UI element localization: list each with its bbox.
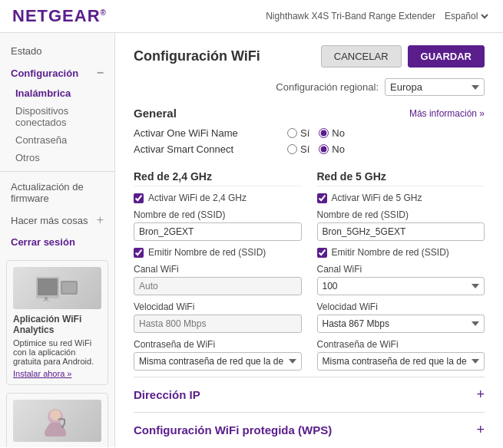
page-header: Configuración WiFi CANCELAR GUARDAR (134, 45, 485, 68)
one-wifi-no-label: No (332, 127, 345, 139)
band-5-password-label: Contraseña de WiFi (317, 339, 485, 350)
band-5-canal-select[interactable]: 100 36 40 (317, 277, 485, 295)
configuracion-toggle: − (97, 66, 104, 80)
band-5-emit-checkbox[interactable] (317, 248, 327, 258)
smart-connect-si-radio[interactable] (287, 144, 297, 154)
band-24-activate-label[interactable]: Activar WiFi de 2,4 GHz (134, 193, 302, 203)
ip-expand-icon: + (476, 387, 485, 403)
smart-connect-label: Activar Smart Connect (134, 143, 287, 155)
one-wifi-radios: Sí No (287, 127, 345, 139)
band-5-emit-label[interactable]: Emitir Nombre de red (SSID) (317, 247, 485, 258)
smart-connect-no-radio[interactable] (319, 144, 329, 154)
ip-section: Dirección IP + (134, 377, 485, 412)
one-wifi-si-radio[interactable] (287, 128, 297, 138)
regional-row: Configuración regional: Europa América (134, 78, 485, 96)
one-wifi-si-label: Sí (300, 127, 309, 139)
band-24-password-row: Contraseña de WiFi Misma contraseña de r… (134, 339, 302, 371)
band-24-title: Red de 2,4 GHz (134, 170, 302, 186)
wps-section: Configuración WiFi protegida (WPS) + (134, 412, 485, 447)
band-24-canal-row: Canal WiFi (134, 264, 302, 295)
band-5-password-row: Contraseña de WiFi Misma contraseña de r… (317, 339, 485, 371)
logo-text: NETGEAR (12, 6, 101, 25)
sidebar-item-actualizacion[interactable]: Actualización de firmware (0, 176, 114, 209)
band-5-activate-label[interactable]: Activar WiFi de 5 GHz (317, 193, 485, 203)
band-5-emit-text: Emitir Nombre de red (SSID) (332, 247, 449, 258)
cancel-button[interactable]: CANCELAR (321, 45, 402, 68)
promo2-image (13, 400, 101, 442)
regional-select[interactable]: Europa América (385, 78, 485, 96)
ip-section-title: Dirección IP (134, 388, 200, 401)
one-wifi-no-option[interactable]: No (319, 127, 345, 139)
band-24-emit-row: Emitir Nombre de red (SSID) (134, 247, 302, 258)
band-24-ssid-row: Nombre de red (SSID) (134, 209, 302, 241)
one-wifi-label: Activar One WiFi Name (134, 127, 287, 139)
promo1-link[interactable]: Instalar ahora » (13, 369, 101, 378)
band-24-ssid-input[interactable] (134, 222, 302, 241)
band-5-velocidad-label: Velocidad WiFi (317, 301, 485, 312)
device-name: Nighthawk X4S Tri-Band Range Extender (266, 11, 435, 21)
band-5-ssid-row: Nombre de red (SSID) (317, 209, 485, 241)
wps-expand-icon: + (476, 422, 485, 438)
band-5-password-select[interactable]: Misma contraseña de red que la de la exi… (317, 352, 485, 371)
sidebar-item-estado[interactable]: Estado (0, 41, 114, 61)
ip-section-header[interactable]: Dirección IP + (134, 387, 485, 403)
band-5-activate-checkbox[interactable] (317, 193, 327, 203)
band-5-section: Red de 5 GHz Activar WiFi de 5 GHz Nombr… (317, 170, 485, 377)
band-24-canal-label: Canal WiFi (134, 264, 302, 275)
sidebar-item-configuracion[interactable]: Configuración − (0, 61, 114, 84)
configuracion-label: Configuración (11, 68, 78, 79)
smart-connect-no-option[interactable]: No (319, 143, 345, 155)
hacer-plus-icon: + (97, 213, 104, 227)
promo2-title: ¿Necesita ayuda? (13, 446, 101, 447)
band-5-activate-row: Activar WiFi de 5 GHz (317, 193, 485, 203)
band-24-password-label: Contraseña de WiFi (134, 339, 302, 350)
wps-section-header[interactable]: Configuración WiFi protegida (WPS) + (134, 422, 485, 438)
band-24-section: Red de 2,4 GHz Activar WiFi de 2,4 GHz N… (134, 170, 302, 377)
promo-help: ¿Necesita ayuda? Envíe sus dudas a nuest… (6, 393, 108, 447)
wps-section-title: Configuración WiFi protegida (WPS) (134, 423, 332, 436)
band-24-activate-checkbox[interactable] (134, 193, 144, 203)
page-title: Configuración WiFi (134, 48, 260, 64)
band-5-title: Red de 5 GHz (317, 170, 485, 186)
promo1-description: Optimice su red WiFi con la aplicación g… (13, 338, 101, 366)
sidebar-sub-contrasena[interactable]: Contraseña (0, 131, 114, 149)
promo1-image (13, 267, 101, 309)
svg-rect-1 (38, 278, 58, 295)
smart-connect-no-label: No (332, 143, 345, 155)
band-24-emit-label[interactable]: Emitir Nombre de red (SSID) (134, 247, 302, 258)
band-24-ssid-label: Nombre de red (SSID) (134, 209, 302, 220)
band-24-velocidad-input[interactable] (134, 315, 302, 333)
band-24-activate-row: Activar WiFi de 2,4 GHz (134, 193, 302, 203)
band-24-activate-text: Activar WiFi de 2,4 GHz (148, 193, 247, 203)
sidebar-item-cerrar[interactable]: Cerrar sesión (0, 232, 114, 252)
band-5-velocidad-row: Velocidad WiFi Hasta 867 Mbps Hasta 433 … (317, 301, 485, 333)
one-wifi-no-radio[interactable] (319, 128, 329, 138)
band-24-canal-input[interactable] (134, 277, 302, 295)
more-info-link[interactable]: Más información » (409, 108, 485, 119)
btn-group: CANCELAR GUARDAR (321, 45, 485, 68)
svg-rect-5 (42, 300, 50, 301)
band-5-canal-label: Canal WiFi (317, 264, 485, 275)
band-5-canal-row: Canal WiFi 100 36 40 (317, 264, 485, 295)
smart-connect-row: Activar Smart Connect Sí No (134, 143, 485, 155)
promo1-title: Aplicación WiFi Analytics (13, 314, 101, 335)
main-content: Configuración WiFi CANCELAR GUARDAR Conf… (115, 33, 503, 447)
netgear-logo: NETGEAR® (12, 6, 107, 26)
svg-point-4 (45, 297, 48, 300)
band-5-ssid-input[interactable] (317, 222, 485, 241)
save-button[interactable]: GUARDAR (408, 45, 485, 68)
one-wifi-si-option[interactable]: Sí (287, 127, 309, 139)
band-24-emit-text: Emitir Nombre de red (SSID) (148, 247, 266, 258)
language-select[interactable]: Español English (442, 10, 491, 22)
sidebar-sub-inalambrica[interactable]: Inalámbrica (0, 84, 114, 102)
smart-connect-radios: Sí No (287, 143, 345, 155)
trademark: ® (101, 8, 107, 17)
sidebar-sub-otros[interactable]: Otros (0, 149, 114, 166)
band-24-password-select[interactable]: Misma contraseña de red que la de la exi… (134, 352, 302, 371)
band-24-emit-checkbox[interactable] (134, 248, 144, 258)
band-5-velocidad-select[interactable]: Hasta 867 Mbps Hasta 433 Mbps (317, 315, 485, 333)
smart-connect-si-option[interactable]: Sí (287, 143, 309, 155)
sidebar-item-hacer[interactable]: Hacer más cosas + (0, 209, 114, 232)
general-title: General (134, 107, 177, 120)
sidebar-sub-dispositivos[interactable]: Dispositivos conectados (0, 102, 114, 131)
